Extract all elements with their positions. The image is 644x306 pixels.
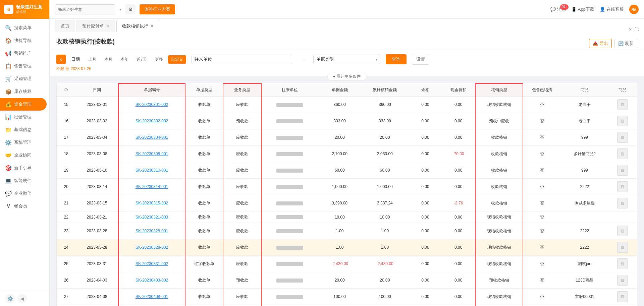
goods-thumbnail: 🖼 (617, 242, 628, 253)
partner-value-blur (276, 119, 303, 123)
goods-thumbnail: 🖼 (617, 226, 628, 236)
dropdown-arrow-icon[interactable]: ▾ (119, 7, 121, 12)
cell-goods-thumb: 🖼 (608, 239, 637, 256)
sidebar-item-cooperation[interactable]: 🤝 企业协同 (0, 149, 49, 162)
cell-goods: 老白干 (561, 97, 608, 113)
cell-date: 2023-03-14 (76, 179, 119, 195)
table-settings-icon[interactable]: ⚙ (64, 87, 68, 93)
tab-prepaid-close-icon[interactable]: ✕ (106, 24, 109, 28)
table-row: 26 2023-04-03 SK-20230403-002 收款单 预收款 20… (57, 272, 637, 289)
sidebar-item-hardware[interactable]: 💻 智能硬件 (0, 174, 49, 187)
sidebar-item-member[interactable]: V 畅会员 (0, 200, 49, 212)
date-this-month-btn[interactable]: 本月 (101, 55, 115, 64)
order-no-link[interactable]: SK-20230310-001 (136, 168, 168, 173)
cell-amount: 100.00 (318, 289, 361, 305)
filter-settings-btn[interactable]: 设置 (412, 54, 429, 65)
sidebar-item-sales[interactable]: 📋 销售管理 (0, 60, 49, 72)
order-no-link[interactable]: SK-20230403-002 (136, 278, 168, 283)
sidebar-nav: 🔍 搜索菜单 🏠 快捷导航 📢 营销推广 📋 销售管理 🛒 采购管理 📦 库存核… (0, 19, 49, 291)
sidebar-settings-btn[interactable]: ⚙️ (5, 294, 15, 303)
cell-biz-type: 应收款 (223, 195, 261, 211)
partner-filter-input[interactable] (212, 57, 289, 62)
topbar-search-input[interactable] (55, 4, 115, 14)
cell-discount: 0.00 (442, 129, 475, 146)
cell-balance: 0.00 (409, 305, 442, 306)
order-no-link[interactable]: SK-20230331-002 (136, 261, 168, 266)
order-no-link[interactable]: SK-20230328-001 (136, 229, 168, 233)
date-custom-btn[interactable]: 自定义 (168, 55, 186, 64)
sidebar-collapse-btn[interactable]: ◀ (17, 294, 27, 303)
sidebar-item-basic[interactable]: 📁 基础信息 (0, 123, 49, 136)
order-type-filter-wrap[interactable]: 单据类型 ▾ (313, 55, 380, 64)
tab-close-all-icon[interactable]: ✕ (629, 27, 632, 32)
sidebar-item-system[interactable]: ⚙️ 系统管理 (0, 136, 49, 149)
filter-query-btn[interactable]: 查询 (386, 54, 407, 64)
refresh-btn[interactable]: 🔄 刷新 (614, 39, 637, 48)
order-no-link[interactable]: SK-20230308-001 (136, 151, 168, 156)
cell-goods-thumb: 🖼 (608, 223, 637, 239)
date-last-month-btn[interactable]: 上月 (85, 55, 99, 64)
date-range-display: 不限 至 2023-07-26 (56, 66, 637, 72)
topbar-gear-btn[interactable]: ⚙ (125, 4, 136, 14)
th-include-settled: 包含已结清 (523, 83, 561, 97)
order-no-link[interactable]: SK-20230321-003 (136, 215, 168, 220)
sales-icon: 📋 (5, 63, 11, 69)
cell-cancel-type: 收款核销 (475, 129, 523, 146)
sidebar-item-purchase[interactable]: 🛒 采购管理 (0, 72, 49, 85)
goods-thumbnail: 🖼 (617, 291, 628, 302)
cell-cancel-type: 收款核销 (475, 195, 523, 211)
cell-biz-type: 应收款 (223, 129, 261, 146)
th-settings[interactable]: ⚙ (57, 83, 76, 97)
industry-solution-btn[interactable]: 体验行业方案 (140, 4, 175, 14)
order-no-link[interactable]: SK-20230301-002 (136, 102, 168, 107)
sidebar-item-label: 智能硬件 (14, 178, 32, 184)
tab-collection[interactable]: 收款核销执行 ✕ (116, 20, 159, 32)
cell-order-type: 收款单 (185, 223, 223, 239)
cell-cum-cancel: 333.00 (361, 113, 409, 129)
filter-side-btn[interactable]: » (56, 55, 66, 64)
order-no-link[interactable]: SK-20230315-002 (136, 201, 168, 205)
cell-cancel-type: 现结收款核销 (475, 211, 523, 223)
cell-date: 2023-04-18 (76, 305, 119, 306)
filter-expand-btn[interactable]: ▾ 展开更多条件 (327, 73, 366, 80)
cell-cum-cancel: 100.00 (361, 305, 409, 306)
tab-home[interactable]: 首页 (55, 20, 75, 32)
user-avatar[interactable]: Rit (629, 5, 639, 14)
sidebar-item-label: 采购管理 (14, 76, 32, 82)
sidebar-item-finance[interactable]: 💰 资金管理 (0, 98, 47, 111)
sidebar-item-inventory[interactable]: 📦 库存核算 (0, 85, 49, 98)
cell-amount: 3,390.00 (318, 195, 361, 211)
sidebar-item-guide[interactable]: 🎯 新手引导 (0, 162, 49, 174)
export-btn[interactable]: 📤 导出 (589, 39, 612, 48)
date-this-year-btn[interactable]: 本年 (117, 55, 131, 64)
cell-amount: 2,100.00 (318, 146, 361, 162)
page-content: 收款核销执行(按收款) 📤 导出 🔄 刷新 » (50, 32, 644, 306)
cell-goods: 2222 (561, 305, 608, 306)
app-download-link[interactable]: 📱 App下载 (571, 6, 594, 12)
date-7days-btn[interactable]: 近7天 (133, 55, 150, 64)
order-no-link[interactable]: SK-20230302-002 (136, 119, 168, 123)
order-no-link[interactable]: SK-20230408-001 (136, 294, 168, 299)
sidebar-item-wechat[interactable]: 💬 企业微信 (0, 187, 49, 200)
sidebar-item-quick-nav[interactable]: 🏠 快捷导航 (0, 34, 49, 47)
date-more-btn[interactable]: 更多 (152, 55, 166, 64)
tab-collection-close-icon[interactable]: ✕ (150, 24, 154, 28)
partner-value-blur (276, 103, 303, 107)
filter-dots[interactable]: ... (300, 56, 305, 63)
order-no-link[interactable]: SK-20230328-002 (136, 245, 168, 250)
online-service-link[interactable]: 👤 在线客服 (600, 6, 624, 12)
tab-prepaid[interactable]: 预付应付单 ✕ (76, 20, 115, 32)
sidebar-item-label: 畅会员 (14, 203, 27, 209)
th-amount: 单据金额 (318, 83, 361, 97)
tab-maximize-icon[interactable]: ⛶ (635, 27, 639, 32)
cell-sn: 28 (57, 305, 76, 306)
order-no-link[interactable]: SK-20230304-001 (136, 135, 168, 140)
th-cum-cancel: 累计核销金额 (361, 83, 409, 97)
goods-thumbnail: 🖼 (617, 258, 628, 269)
message-badge[interactable]: 💬 消息 99+ (550, 6, 566, 12)
sidebar-item-marketing[interactable]: 📢 营销推广 (0, 47, 49, 60)
cell-cum-cancel: 1.00 (361, 239, 409, 256)
sidebar-item-operations[interactable]: 📊 经营管理 (0, 111, 49, 123)
order-no-link[interactable]: SK-20230314-001 (136, 184, 168, 189)
sidebar-item-search[interactable]: 🔍 搜索菜单 (0, 21, 49, 34)
